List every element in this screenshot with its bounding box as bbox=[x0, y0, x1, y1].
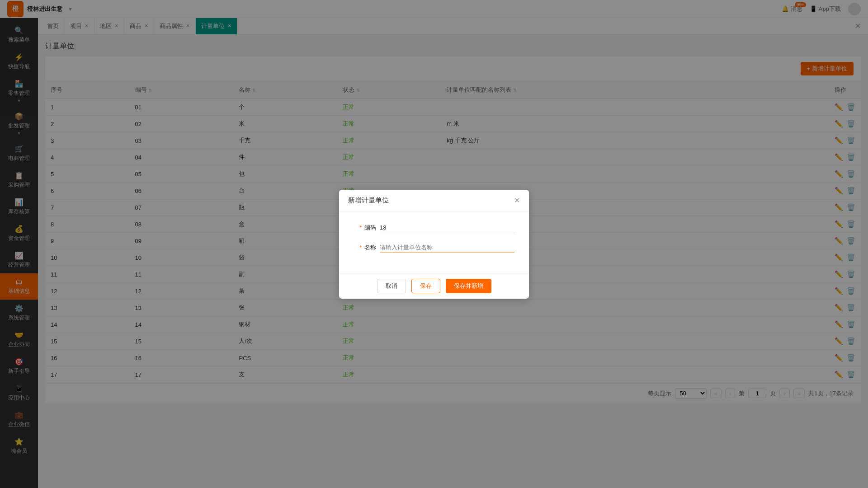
name-input[interactable] bbox=[380, 242, 514, 253]
required-mark: * bbox=[359, 224, 362, 231]
add-unit-modal: 新增计量单位 ✕ * 编码 * 名称 取消 保存 保存并新增 bbox=[339, 190, 529, 299]
modal-footer: 取消 保存 保存并新增 bbox=[339, 273, 529, 299]
cancel-button[interactable]: 取消 bbox=[377, 279, 406, 293]
name-label: * 名称 bbox=[354, 244, 376, 252]
modal-overlay[interactable]: 新增计量单位 ✕ * 编码 * 名称 取消 保存 保存并新增 bbox=[0, 0, 868, 488]
modal-title: 新增计量单位 bbox=[348, 196, 389, 205]
modal-header: 新增计量单位 ✕ bbox=[339, 190, 529, 211]
code-label: * 编码 bbox=[354, 224, 376, 232]
save-and-new-button[interactable]: 保存并新增 bbox=[446, 279, 491, 293]
code-input[interactable] bbox=[380, 222, 514, 233]
form-item-name: * 名称 bbox=[354, 242, 514, 253]
form-item-code: * 编码 bbox=[354, 222, 514, 233]
save-button[interactable]: 保存 bbox=[411, 279, 440, 293]
modal-close-button[interactable]: ✕ bbox=[514, 196, 520, 205]
required-mark: * bbox=[359, 244, 362, 251]
modal-body: * 编码 * 名称 bbox=[339, 211, 529, 273]
